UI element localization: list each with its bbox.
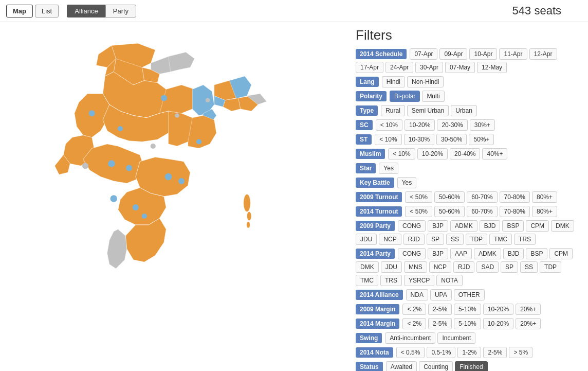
filter-tag[interactable]: 50-60% — [434, 206, 465, 217]
filter-tag[interactable]: 10-20% — [483, 304, 513, 315]
filter-tag[interactable]: Counting — [419, 361, 453, 371]
filter-tag[interactable]: 80%+ — [532, 206, 557, 217]
filter-tag[interactable]: 07-May — [445, 62, 475, 73]
filter-tag[interactable]: 70-80% — [500, 191, 530, 203]
alliance-mode-button[interactable]: Alliance — [67, 5, 105, 17]
filter-tag[interactable]: TMC — [356, 275, 378, 286]
filter-tag[interactable]: BSP — [526, 248, 547, 259]
filter-tag[interactable]: 09-Apr — [439, 48, 467, 60]
filter-tag[interactable]: YSRCP — [404, 275, 434, 286]
filter-tag[interactable]: BJD — [480, 220, 501, 232]
filter-tag[interactable]: AAP — [450, 248, 472, 259]
filter-tag[interactable]: 11-Apr — [499, 48, 527, 60]
filter-tag[interactable]: 20%+ — [516, 304, 541, 315]
filter-tag[interactable]: 50%+ — [469, 134, 494, 145]
filter-tag[interactable]: 30-50% — [436, 134, 467, 145]
filter-tag[interactable]: DMK — [356, 261, 379, 273]
filter-tag[interactable]: MNS — [404, 261, 427, 273]
filter-tag[interactable]: < 10% — [376, 119, 402, 131]
filter-tag[interactable]: UPA — [430, 289, 452, 301]
filter-tag[interactable]: CONG — [398, 248, 426, 259]
filter-tag[interactable]: BJD — [503, 248, 524, 259]
filter-tag[interactable]: 0.5-1% — [427, 347, 455, 358]
filter-tag[interactable]: Hindi — [382, 76, 405, 87]
filter-tag[interactable]: NCP — [379, 234, 401, 245]
filter-tag[interactable]: 70-80% — [500, 206, 530, 217]
filter-tag[interactable]: < 2% — [402, 318, 426, 329]
filter-tag[interactable]: 20-30% — [437, 119, 467, 131]
filter-tag[interactable]: Semi Urban — [407, 105, 449, 116]
filter-tag[interactable]: 60-70% — [467, 206, 497, 217]
filter-tag[interactable]: Yes — [379, 163, 398, 174]
filter-tag[interactable]: 07-Apr — [410, 48, 437, 60]
filter-tag[interactable]: NCP — [429, 261, 451, 273]
filter-tag[interactable]: 30%+ — [470, 119, 495, 131]
filter-tag[interactable]: 5-10% — [454, 318, 481, 329]
filter-tag[interactable]: TRS — [380, 275, 402, 286]
list-view-button[interactable]: List — [35, 5, 59, 17]
filter-tag[interactable]: NOTA — [436, 275, 462, 286]
filter-tag[interactable]: Yes — [397, 177, 417, 188]
filter-tag[interactable]: 5-10% — [454, 304, 481, 315]
filter-tag[interactable]: 12-May — [477, 62, 507, 73]
filter-tag[interactable]: ADMK — [474, 248, 501, 259]
filter-tag[interactable]: RJD — [403, 234, 425, 245]
filter-tag[interactable]: 10-20% — [405, 119, 435, 131]
filter-tag[interactable]: < 2% — [402, 304, 426, 315]
filter-tag[interactable]: 10-20% — [483, 318, 513, 329]
filter-tag[interactable]: Urban — [451, 105, 477, 116]
filter-tag[interactable]: 40%+ — [482, 148, 507, 160]
filter-tag[interactable]: SS — [446, 234, 464, 245]
filter-tag[interactable]: 24-Apr — [385, 62, 413, 73]
filter-tag[interactable]: 17-Apr — [356, 62, 383, 73]
filter-tag[interactable]: SAD — [476, 261, 499, 273]
filter-tag[interactable]: 2-5% — [428, 304, 452, 315]
filter-tag[interactable]: BJP — [428, 220, 448, 232]
filter-tag[interactable]: DMK — [551, 220, 574, 232]
map-view-button[interactable]: Map — [6, 5, 33, 17]
filter-tag[interactable]: < 10% — [388, 148, 415, 160]
filter-tag[interactable]: Awaited — [386, 361, 417, 371]
filter-tag[interactable]: > 5% — [509, 347, 532, 358]
filter-tag[interactable]: TMC — [489, 234, 512, 245]
filter-tag[interactable]: < 0.5% — [396, 347, 425, 358]
filter-tag[interactable]: 2-5% — [428, 318, 452, 329]
party-mode-button[interactable]: Party — [105, 5, 136, 17]
filter-tag[interactable]: 2-5% — [483, 347, 507, 358]
filter-tag[interactable]: RJD — [453, 261, 474, 273]
filter-tag[interactable]: SS — [520, 261, 538, 273]
filter-tag[interactable]: 12-Apr — [529, 48, 557, 60]
filter-tag[interactable]: < 10% — [375, 134, 401, 145]
filter-tag[interactable]: Finished — [455, 361, 487, 371]
filter-tag[interactable]: Non-Hindi — [407, 76, 444, 87]
filter-tag[interactable]: BJP — [428, 248, 448, 259]
filter-tag[interactable]: < 50% — [405, 191, 432, 203]
filter-tag[interactable]: TDP — [540, 261, 561, 273]
filter-tag[interactable]: Multi — [422, 91, 444, 102]
filter-tag[interactable]: 20%+ — [516, 318, 541, 329]
filter-tag[interactable]: 50-60% — [434, 191, 465, 203]
filter-tag[interactable]: CONG — [398, 220, 426, 232]
filter-tag[interactable]: SP — [427, 234, 444, 245]
filter-tag[interactable]: 10-30% — [404, 134, 434, 145]
filter-tag[interactable]: CPM — [549, 248, 573, 259]
filter-tag[interactable]: NDA — [406, 289, 428, 301]
filter-tag[interactable]: 80%+ — [532, 191, 557, 203]
filter-tag[interactable]: 10-20% — [417, 148, 448, 160]
filter-tag[interactable]: TRS — [514, 234, 536, 245]
filter-tag[interactable]: TDP — [466, 234, 487, 245]
filter-tag[interactable]: ADMK — [450, 220, 477, 232]
filter-tag[interactable]: 60-70% — [467, 191, 497, 203]
filter-tag[interactable]: JDU — [381, 261, 402, 273]
filter-tag[interactable]: OTHER — [454, 289, 485, 301]
filter-tag[interactable]: Anti-incumbent — [385, 332, 435, 344]
filter-tag[interactable]: 30-Apr — [415, 62, 443, 73]
filter-tag[interactable]: 10-Apr — [469, 48, 497, 60]
filter-tag[interactable]: 1-2% — [457, 347, 481, 358]
filter-tag[interactable]: JDU — [356, 234, 377, 245]
filter-tag[interactable]: Incumbent — [437, 332, 475, 344]
filter-tag[interactable]: BSP — [502, 220, 524, 232]
filter-tag[interactable]: CPM — [526, 220, 549, 232]
filter-tag[interactable]: Rural — [381, 105, 405, 116]
filter-tag[interactable]: < 50% — [405, 206, 432, 217]
